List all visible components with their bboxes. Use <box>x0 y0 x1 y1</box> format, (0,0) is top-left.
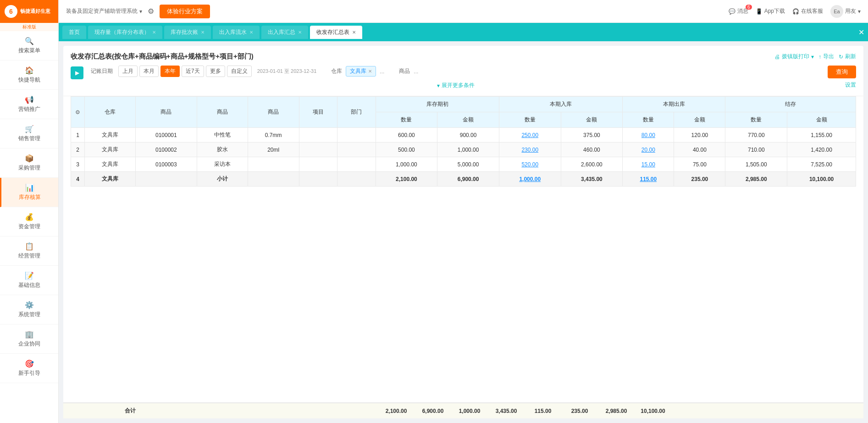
cell-no: 3 <box>71 157 85 172</box>
cell-goods-spec <box>248 157 299 172</box>
footer-out-qty: 115.00 <box>525 408 561 414</box>
filter-settings-button[interactable]: 设置 <box>845 81 856 89</box>
sidebar-item-marketing[interactable]: 📢营销推广 <box>0 90 58 119</box>
cell-out-amt: 40.00 <box>674 143 725 157</box>
tab-close-inout-summary[interactable]: ✕ <box>298 30 302 35</box>
tab-close-inout-flow[interactable]: ✕ <box>249 30 253 35</box>
sidebar-item-basic[interactable]: 📝基础信息 <box>0 266 58 295</box>
expand-more-button[interactable]: ▾ 展开更多条件 <box>91 80 820 91</box>
message-item[interactable]: 💬 消息 6 <box>729 7 748 15</box>
print-button[interactable]: 🖨 拨镇版打印 ▾ <box>774 53 814 60</box>
tab-close-stock-dist[interactable]: ✕ <box>152 30 156 35</box>
cell-balance-amt: 10,100.00 <box>787 172 856 187</box>
tab-stock-dist[interactable]: 现存量（库存分布表）✕ <box>88 26 162 39</box>
footer-opening-qty: 2,100.00 <box>378 408 415 414</box>
filter-toggle-button[interactable]: ▶ <box>71 66 83 79</box>
experience-button[interactable]: 体验行业方案 <box>160 5 210 18</box>
tab-close-recv-send[interactable]: ✕ <box>352 30 356 35</box>
date-btn-custom[interactable]: 自定义 <box>227 66 252 77</box>
tab-bar-close-button[interactable]: ✕ <box>858 28 864 37</box>
top-header: 装备及固定资产辅助管理系统 ▾ ⚙ 体验行业方案 💬 消息 6 📱 App下载 … <box>59 0 868 23</box>
tab-home[interactable]: 首页 <box>62 26 86 39</box>
print-dropdown-icon: ▾ <box>811 54 814 60</box>
sidebar-item-sales[interactable]: 🛒销售管理 <box>0 119 58 148</box>
cell-dept <box>337 143 376 157</box>
date-btn-this-month[interactable]: 本月 <box>139 66 159 77</box>
sidebar-item-finance[interactable]: 💰资金管理 <box>0 207 58 236</box>
cell-project <box>299 128 337 143</box>
cell-out-amt: 235.00 <box>674 172 725 187</box>
cell-goods-code: 0100001 <box>135 128 197 143</box>
tab-inout-summary[interactable]: 出入库汇总✕ <box>261 26 308 39</box>
page-header: 收发存汇总表(按仓库+商品编码+商品+规格型号+项目+部门) 🖨 拨镇版打印 ▾… <box>63 46 863 61</box>
tab-inout-flow[interactable]: 出入库流水✕ <box>213 26 260 39</box>
cell-opening-amt: 5,000.00 <box>437 157 499 172</box>
table-footer: 合计 2,100.00 6,900.00 1,000.00 3,435.00 1… <box>63 402 863 418</box>
th-opening-group: 库存期初 <box>376 97 499 112</box>
cell-goods-code <box>135 172 197 187</box>
tab-label-inout-summary: 出入库汇总 <box>268 28 295 36</box>
nav-label-basic: 基础信息 <box>18 281 40 289</box>
headset-icon: 🎧 <box>792 8 799 15</box>
cell-opening-amt: 900.00 <box>437 128 499 143</box>
cell-goods-spec: 0.7mm <box>248 128 299 143</box>
sidebar-item-guide[interactable]: 🎯新手引导 <box>0 354 58 383</box>
system-title-dropdown[interactable]: 装备及固定资产辅助管理系统 ▾ <box>66 7 142 15</box>
content-inner: 收发存汇总表(按仓库+商品编码+商品+规格型号+项目+部门) 🖨 拨镇版打印 ▾… <box>63 46 863 418</box>
nav-label-finance: 资金管理 <box>18 223 40 231</box>
refresh-button[interactable]: ↻ 刷新 <box>839 53 856 60</box>
cell-out-qty[interactable]: 115.00 <box>623 172 674 187</box>
sidebar-item-search[interactable]: 🔍搜索菜单 <box>0 31 58 60</box>
sidebar-item-operation[interactable]: 📋经营管理 <box>0 236 58 266</box>
th-goods-code: 商品 <box>135 97 197 128</box>
export-icon: ↑ <box>818 54 821 60</box>
app-download-item[interactable]: 📱 App下载 <box>756 7 785 15</box>
nav-icon-marketing: 📢 <box>25 95 34 104</box>
user-item[interactable]: Ea 用友 ▾ <box>830 5 861 18</box>
page-title: 收发存汇总表(按仓库+商品编码+商品+规格型号+项目+部门) <box>71 52 254 61</box>
footer-out-amt: 235.00 <box>561 408 598 414</box>
column-settings-icon[interactable]: ⚙ <box>75 109 80 115</box>
dropdown-arrow-icon: ▾ <box>139 8 142 15</box>
date-btn-more[interactable]: 更多 <box>206 66 225 77</box>
cell-in-qty[interactable]: 230.00 <box>499 143 561 157</box>
sidebar-item-purchase[interactable]: 📦采购管理 <box>0 148 58 178</box>
tab-recv-send[interactable]: 收发存汇总表✕ <box>310 26 362 39</box>
cell-in-qty[interactable]: 1,000.00 <box>499 172 561 187</box>
cell-balance-qty: 1,505.00 <box>725 157 787 172</box>
sidebar-item-system[interactable]: ⚙️系统管理 <box>0 295 58 324</box>
cell-goods-code: 0100002 <box>135 143 197 157</box>
sidebar-item-quick-nav[interactable]: 🏠快捷导航 <box>0 60 58 90</box>
nav-icon-purchase: 📦 <box>25 154 34 163</box>
online-service-item[interactable]: 🎧 在线客服 <box>792 7 823 15</box>
date-btn-7days[interactable]: 近7天 <box>182 66 204 77</box>
date-btn-last-month[interactable]: 上月 <box>118 66 138 77</box>
sidebar-item-inventory[interactable]: 📊库存核算 <box>0 178 58 207</box>
footer-balance-amt: 10,100.00 <box>635 408 671 414</box>
cell-out-qty[interactable]: 80.00 <box>623 128 674 143</box>
print-icon: 🖨 <box>774 54 780 60</box>
cell-no: 1 <box>71 128 85 143</box>
goods-more-button[interactable]: ... <box>414 68 418 75</box>
cell-balance-amt: 1,155.00 <box>787 128 856 143</box>
settings-gear-icon[interactable]: ⚙ <box>148 7 154 16</box>
date-btn-this-year[interactable]: 本年 <box>160 66 180 77</box>
warehouse-more-button[interactable]: ... <box>380 68 384 75</box>
user-dropdown-icon: ▾ <box>858 8 861 15</box>
warehouse-tag-close[interactable]: ✕ <box>368 69 372 74</box>
sidebar-item-enterprise[interactable]: 🏢企业协同 <box>0 324 58 354</box>
export-button[interactable]: ↑ 导出 <box>818 53 834 60</box>
cell-out-qty[interactable]: 15.00 <box>623 157 674 172</box>
cell-in-qty[interactable]: 520.00 <box>499 157 561 172</box>
cell-out-qty[interactable]: 20.00 <box>623 143 674 157</box>
th-out-group: 本期出库 <box>623 97 725 112</box>
app-download-label: App下载 <box>764 7 785 15</box>
cell-in-qty[interactable]: 250.00 <box>499 128 561 143</box>
tab-batch[interactable]: 库存批次账✕ <box>164 26 211 39</box>
query-button[interactable]: 查询 <box>828 66 856 78</box>
table-row: 4文具库小计2,100.006,900.001,000.003,435.0011… <box>71 172 856 187</box>
tab-bar: 首页现存量（库存分布表）✕库存批次账✕出入库流水✕出入库汇总✕收发存汇总表✕✕ <box>59 23 868 41</box>
message-badge: 6 <box>746 5 752 10</box>
tab-close-batch[interactable]: ✕ <box>201 30 205 35</box>
warehouse-filter: 仓库 文具库 ✕ ... <box>331 66 384 77</box>
